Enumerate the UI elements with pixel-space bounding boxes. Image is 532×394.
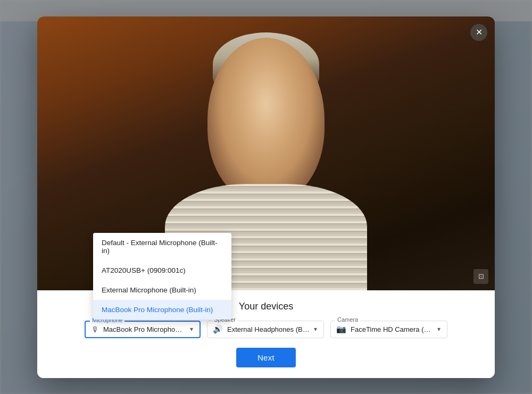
microphone-selector[interactable]: Microphone 🎙 MacBook Pro Microphone (Bu.…: [85, 321, 201, 338]
modal-overlay: ✕ ⊡ Your devices Microphone 🎙 MacBook Pr…: [0, 0, 532, 394]
speaker-selector[interactable]: Speaker 🔊 External Headphones (Built-in)…: [207, 321, 324, 338]
camera-label: Camera: [335, 316, 360, 323]
camera-value: FaceTime HD Camera (Built-in...: [351, 325, 433, 333]
face-visual: [207, 38, 325, 203]
next-button[interactable]: Next: [236, 348, 296, 367]
microphone-icon: 🎙: [91, 325, 99, 334]
microphone-dropdown: Default - External Microphone (Built-in)…: [93, 233, 231, 320]
close-button[interactable]: ✕: [470, 24, 487, 41]
camera-selector[interactable]: Camera 📷 FaceTime HD Camera (Built-in...…: [330, 321, 447, 338]
close-icon: ✕: [476, 27, 483, 37]
dropdown-option-1[interactable]: Default - External Microphone (Built-in): [93, 233, 231, 261]
microphone-value: MacBook Pro Microphone (Bu...: [103, 325, 186, 333]
modal-container: ✕ ⊡ Your devices Microphone 🎙 MacBook Pr…: [37, 16, 495, 378]
speaker-icon: 🔊: [213, 324, 223, 334]
camera-icon: 📷: [336, 324, 346, 334]
microphone-chevron-icon: ▾: [190, 325, 193, 333]
dropdown-option-2[interactable]: AT2020USB+ (0909:001c): [93, 261, 231, 280]
next-button-wrapper: Next: [53, 348, 479, 367]
info-icon[interactable]: ⊡: [473, 269, 488, 284]
device-selectors: Microphone 🎙 MacBook Pro Microphone (Bu.…: [53, 321, 479, 338]
dropdown-option-4[interactable]: MacBook Pro Microphone (Built-in): [93, 300, 231, 320]
speaker-value: External Headphones (Built-in): [227, 325, 310, 333]
dropdown-option-3[interactable]: External Microphone (Built-in): [93, 280, 231, 300]
speaker-chevron-icon: ▾: [314, 325, 317, 333]
camera-chevron-icon: ▾: [437, 325, 440, 333]
